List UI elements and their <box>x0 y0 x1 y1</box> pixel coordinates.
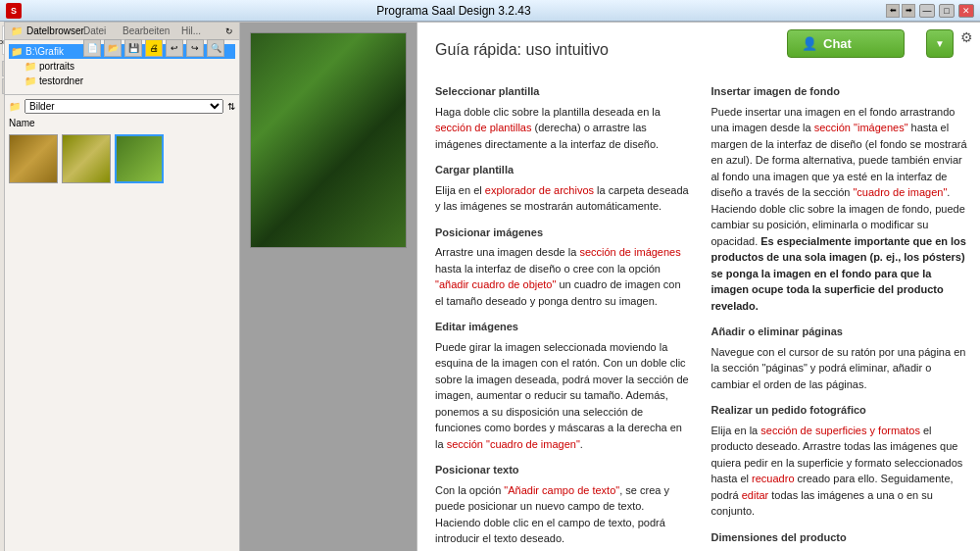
open-icon[interactable]: 📂 <box>104 39 122 57</box>
help-section-posicionar-txt: Posicionar texto <box>435 462 692 478</box>
help-section-insertar: Insertar imagen de fondo <box>711 83 968 100</box>
folder-icon: 📁 <box>11 25 23 36</box>
new-icon[interactable]: 📄 <box>83 39 101 57</box>
toolbar-hil[interactable]: Hil... <box>181 25 201 36</box>
chat-dropdown-arrow: ▼ <box>935 38 945 49</box>
folder-icon-bilder: 📁 <box>11 46 23 57</box>
sort-icon[interactable]: ⇅ <box>227 101 235 112</box>
redo-icon[interactable]: ↪ <box>186 39 204 57</box>
close-button[interactable]: ✕ <box>958 4 974 18</box>
nav-arrows: ⬅ ➡ <box>886 4 915 18</box>
zoom-icon[interactable]: 🔍 <box>207 39 224 57</box>
help-panel: Guía rápida: uso intuitivo Seleccionar p… <box>416 23 980 551</box>
toolbar-icons: 📄 📂 💾 🖨 ↩ ↪ 🔍 <box>83 39 224 57</box>
help-text-cargar: Elija en el explorador de archivos la ca… <box>435 182 692 215</box>
toolbar-datei[interactable]: Datei <box>83 25 106 36</box>
help-right-column: Insertar imagen de fondo Puede insertar … <box>711 74 968 551</box>
folder-icon-portraits: 📁 <box>24 61 36 72</box>
chat-button[interactable]: 👤 Chat <box>787 29 905 58</box>
design-area: 📁 Datelbrowser ↻ 📁 B:\Grafik 📁 portraits… <box>5 23 980 551</box>
app-icon: S <box>6 3 22 19</box>
window-controls: ⬅ ➡ — □ ✕ <box>886 4 974 18</box>
name-label: Name <box>5 116 239 130</box>
folder-item-testordner[interactable]: 📁 testordner <box>9 74 235 88</box>
divider <box>5 94 239 95</box>
help-left-column: Seleccionar plantilla Haga doble clic so… <box>435 74 692 551</box>
undo-icon[interactable]: ↩ <box>166 39 183 57</box>
help-text-seleccionar: Haga doble clic sobre la plantilla desea… <box>435 104 692 153</box>
help-text-editar: Puede girar la imagen seleccionada movie… <box>435 339 692 453</box>
file-panel: 📁 Datelbrowser ↻ 📁 B:\Grafik 📁 portraits… <box>5 23 240 551</box>
maximize-button[interactable]: □ <box>939 4 955 18</box>
canvas-area <box>240 23 416 551</box>
bilder-select[interactable]: Bilder <box>24 99 223 114</box>
file-list <box>5 130 239 187</box>
folder-name-testordner: testordner <box>39 75 83 86</box>
folder-name-bgrafik: B:\Grafik <box>25 46 64 57</box>
help-text-posicionar-txt: Con la opción "Añadir campo de texto", s… <box>435 482 692 547</box>
folder-name-portraits: portraits <box>39 61 74 72</box>
help-section-dimensiones: Dimensiones del producto <box>711 529 968 546</box>
title-bar: S Programa Saal Design 3.2.43 ⬅ ➡ — □ ✕ <box>0 0 980 22</box>
minimize-button[interactable]: — <box>919 4 935 18</box>
window-title: Programa Saal Design 3.2.43 <box>22 4 886 18</box>
design-canvas[interactable] <box>250 32 407 248</box>
help-section-posicionar-img: Posicionar imágenes <box>435 225 692 241</box>
thumb-2[interactable] <box>62 134 111 183</box>
help-section-seleccionar: Seleccionar plantilla <box>435 83 692 100</box>
save-icon[interactable]: 💾 <box>124 39 142 57</box>
back-button[interactable]: ⬅ <box>886 4 900 18</box>
content-area: Datei Bearbeiten Hil... 📄 📂 💾 🖨 ↩ ↪ 🔍 👤 … <box>5 22 980 551</box>
toolbar-bearbeiten[interactable]: Bearbeiten <box>122 25 170 36</box>
help-section-anadir: Añadir o eliminar páginas <box>711 324 968 340</box>
chat-button-label: Chat <box>823 36 852 51</box>
chat-person-icon: 👤 <box>802 36 817 51</box>
main-container: saal DIGITALFOTOSERVICE www.saal-d... Im… <box>0 22 980 551</box>
help-text-insertar: Puede insertar una imagen en el fondo ar… <box>711 104 968 315</box>
refresh-icon[interactable]: ↻ <box>225 26 233 36</box>
datelbrowser-label: Datelbrowser <box>26 25 84 36</box>
bilder-dropdown-row: 📁 Bilder ⇅ <box>5 97 239 116</box>
help-section-pedido: Realizar un pedido fotográfico <box>711 402 968 419</box>
folder-item-portraits[interactable]: 📁 portraits <box>9 59 235 74</box>
print-icon[interactable]: 🖨 <box>145 39 163 57</box>
top-toolbar: Datei Bearbeiten Hil... 📄 📂 💾 🖨 ↩ ↪ 🔍 👤 … <box>5 22 980 23</box>
gear-icon: ⚙ <box>960 29 973 45</box>
help-text-pedido: Elija en la sección de superficies y for… <box>711 423 968 520</box>
forward-button[interactable]: ➡ <box>902 4 915 18</box>
help-section-cargar: Cargar plantilla <box>435 162 692 178</box>
help-text-posicionar-img: Arrastre una imagen desde la sección de … <box>435 244 692 309</box>
help-content-grid: Seleccionar plantilla Haga doble clic so… <box>435 74 967 551</box>
folder-icon-testordner: 📁 <box>24 75 36 86</box>
folder-icon-small: 📁 <box>9 101 21 112</box>
gear-button[interactable]: ⚙ <box>960 29 973 45</box>
help-section-editar: Editar imágenes <box>435 319 692 335</box>
help-text-anadir: Navegue con el cursor de su ratón por un… <box>711 344 968 393</box>
chat-dropdown-button[interactable]: ▼ <box>926 29 954 58</box>
thumb-1[interactable] <box>9 134 58 183</box>
canvas-image <box>251 33 406 247</box>
thumb-3[interactable] <box>115 134 164 183</box>
